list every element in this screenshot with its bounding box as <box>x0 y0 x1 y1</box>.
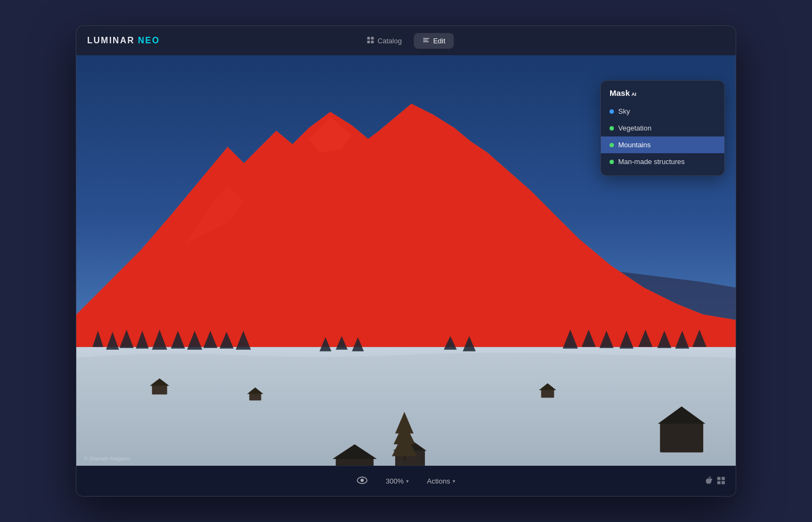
svg-rect-50 <box>717 477 721 480</box>
catalog-icon <box>366 36 374 45</box>
svg-rect-3 <box>371 41 374 43</box>
manmade-dot <box>610 160 614 164</box>
bottom-actions: 300% ▾ Actions ▾ <box>352 474 460 488</box>
edit-label: Edit <box>433 37 445 45</box>
logo-neo-text: NEO <box>138 36 160 45</box>
zoom-value: 300% <box>386 477 404 485</box>
svg-rect-37 <box>660 423 703 453</box>
title-bar-center: Catalog Edit <box>358 33 454 49</box>
title-bar: LUMINAR NEO Catalog <box>76 26 736 55</box>
actions-label: Actions <box>427 477 450 485</box>
svg-rect-2 <box>367 41 370 43</box>
vegetation-label: Vegetation <box>618 124 651 132</box>
mask-item-mountains[interactable]: Mountains <box>601 136 724 153</box>
catalog-button[interactable]: Catalog <box>358 33 410 49</box>
visibility-toggle-button[interactable] <box>352 474 372 488</box>
zoom-button[interactable]: 300% ▾ <box>382 475 413 487</box>
catalog-label: Catalog <box>377 37 402 45</box>
main-content: © Sherwin Magano MaskAI Sky Vegetation M… <box>76 55 736 466</box>
logo: LUMINAR NEO <box>87 36 160 45</box>
mask-item-manmade[interactable]: Man-made structures <box>601 153 724 170</box>
svg-point-49 <box>361 479 364 482</box>
svg-rect-33 <box>336 458 374 466</box>
ai-badge: AI <box>632 92 637 97</box>
logo-luminar-text: LUMINAR <box>87 36 135 45</box>
svg-rect-51 <box>722 477 725 480</box>
svg-rect-39 <box>249 393 261 401</box>
svg-rect-52 <box>717 481 721 484</box>
manmade-label: Man-made structures <box>618 158 685 166</box>
edit-icon <box>422 36 430 45</box>
vegetation-dot <box>610 126 614 130</box>
bottom-bar: 300% ▾ Actions ▾ <box>76 466 736 496</box>
svg-rect-0 <box>367 37 370 40</box>
windows-icon <box>717 477 725 486</box>
actions-chevron-icon: ▾ <box>453 478 455 484</box>
svg-rect-41 <box>541 389 554 398</box>
sky-label: Sky <box>618 107 630 115</box>
mask-panel-title: MaskAI <box>601 88 724 103</box>
actions-button[interactable]: Actions ▾ <box>423 475 460 487</box>
mask-item-vegetation[interactable]: Vegetation <box>601 120 724 136</box>
mountains-label: Mountains <box>618 141 651 149</box>
app-window: LUMINAR NEO Catalog <box>76 25 736 497</box>
edit-button[interactable]: Edit <box>414 33 454 49</box>
mask-panel: MaskAI Sky Vegetation Mountains Man-made… <box>600 80 725 176</box>
svg-rect-53 <box>722 481 725 484</box>
apple-icon <box>705 476 713 486</box>
photo-canvas: © Sherwin Magano MaskAI Sky Vegetation M… <box>76 55 736 466</box>
bottom-right <box>705 476 725 486</box>
zoom-chevron-icon: ▾ <box>406 478 409 484</box>
mask-item-sky[interactable]: Sky <box>601 103 724 120</box>
svg-rect-31 <box>152 385 167 395</box>
svg-text:© Sherwin Magano: © Sherwin Magano <box>84 455 130 461</box>
sky-dot <box>610 109 614 114</box>
mountains-dot <box>610 143 614 147</box>
svg-rect-1 <box>371 37 374 40</box>
